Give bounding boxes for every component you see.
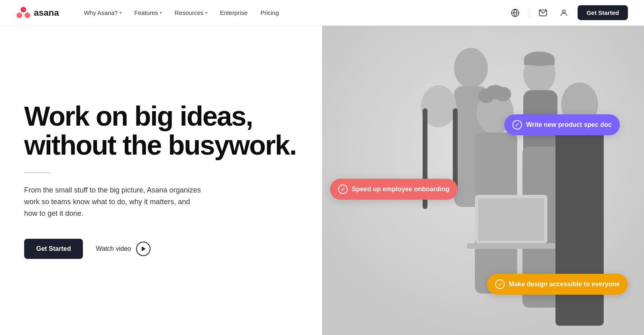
hero-divider [24, 172, 50, 173]
check-icon-orange: ✓ [495, 279, 505, 289]
nav-links: Why Asana? ▾ Features ▾ Resources ▾ Ente… [78, 6, 508, 19]
svg-rect-24 [555, 124, 604, 326]
svg-point-2 [25, 12, 30, 18]
asana-logo-icon [16, 6, 31, 20]
mail-button[interactable] [536, 6, 550, 20]
svg-point-8 [454, 48, 488, 88]
svg-point-21 [485, 85, 505, 99]
user-icon [559, 8, 568, 17]
hero-right: ✓ Write new product spec doc ✓ Speed up … [322, 26, 644, 335]
nav-divider [529, 8, 529, 18]
navbar: asana Why Asana? ▾ Features ▾ Resources … [0, 0, 644, 26]
logo[interactable]: asana [16, 6, 59, 20]
nav-pricing[interactable]: Pricing [255, 6, 285, 19]
hero-section: Work on big ideas, without the busywork.… [0, 26, 644, 335]
brand-name: asana [34, 8, 59, 18]
nav-enterprise[interactable]: Enterprise [215, 6, 253, 19]
svg-rect-26 [478, 198, 544, 241]
play-triangle [142, 246, 146, 251]
globe-icon [511, 8, 520, 17]
task-badge-orange: ✓ Make design accessible to everyone [487, 274, 628, 295]
nav-why-asana[interactable]: Why Asana? ▾ [78, 6, 127, 19]
hero-headline: Work on big ideas, without the busywork. [24, 102, 298, 159]
hero-left: Work on big ideas, without the busywork.… [0, 26, 322, 335]
chevron-down-icon: ▾ [120, 10, 122, 15]
svg-rect-27 [467, 243, 555, 249]
svg-rect-16 [453, 108, 458, 189]
hero-watch-video-button[interactable]: Watch video [96, 242, 150, 256]
svg-rect-12 [524, 59, 555, 65]
hero-body: From the small stuff to the big picture,… [24, 184, 201, 219]
task-badge-red: ✓ Speed up employee onboarding [330, 179, 458, 200]
chevron-down-icon: ▾ [205, 10, 207, 15]
nav-resources[interactable]: Resources ▾ [169, 6, 213, 19]
check-icon-purple: ✓ [512, 120, 522, 130]
task-badge-purple: ✓ Write new product spec doc [504, 114, 620, 135]
mail-icon [539, 8, 547, 17]
play-icon [136, 242, 151, 256]
nav-features[interactable]: Features ▾ [129, 6, 167, 19]
hero-cta: Get Started Watch video [24, 239, 298, 259]
hero-get-started-button[interactable]: Get Started [24, 239, 83, 259]
user-button[interactable] [557, 6, 571, 20]
chevron-down-icon: ▾ [160, 10, 162, 15]
globe-button[interactable] [508, 6, 522, 20]
svg-point-0 [21, 7, 26, 12]
svg-point-1 [17, 12, 22, 18]
nav-right: Get Started [508, 5, 628, 20]
svg-point-5 [562, 10, 565, 12]
nav-get-started-button[interactable]: Get Started [578, 5, 628, 20]
check-icon-red: ✓ [338, 184, 348, 194]
